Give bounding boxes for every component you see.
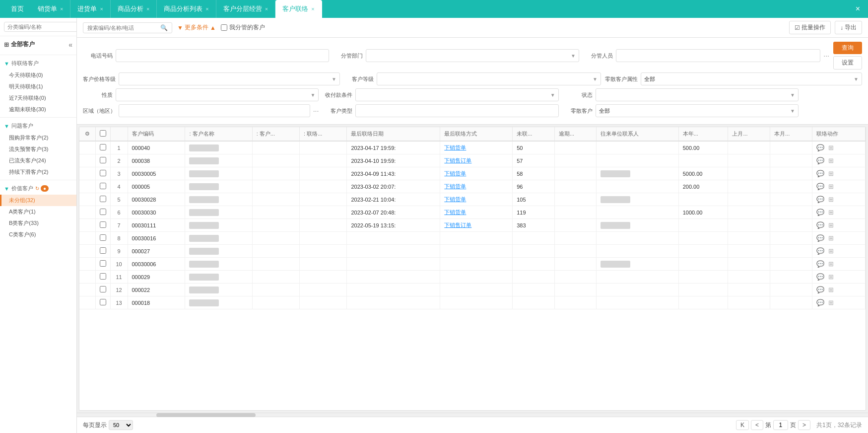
grid-action-icon[interactable]: ⊞ [828, 157, 834, 164]
dept-select[interactable]: ▼ [366, 49, 579, 62]
row-checkbox[interactable] [100, 196, 106, 202]
category-search-input[interactable] [4, 22, 77, 32]
tab-analysis-list[interactable]: 商品分析列表 × [157, 0, 216, 18]
message-icon[interactable]: 💬 [816, 286, 824, 293]
row-check[interactable] [95, 284, 110, 296]
row-check[interactable] [95, 232, 110, 245]
grid-action-icon[interactable]: ⊞ [828, 209, 834, 216]
sidebar-item-declining[interactable]: 持续下滑客户(2) [0, 166, 76, 178]
price-select[interactable]: ▼ [119, 72, 340, 85]
sidebar-item-class-a[interactable]: A类客户(1) [0, 206, 76, 217]
region-select[interactable] [119, 104, 310, 117]
tab-home[interactable]: 首页 [4, 4, 31, 13]
sidebar-item-ungrouped[interactable]: 未分组(32) [0, 195, 76, 206]
window-close-button[interactable]: × [852, 4, 864, 13]
page-number-input[interactable] [773, 420, 788, 430]
main-search-input[interactable] [87, 25, 158, 31]
sidebar-item-7day-pending[interactable]: 近7天待联络(0) [0, 92, 76, 104]
export-btn[interactable]: ↓ 导出 [835, 21, 862, 34]
more-conditions-btn[interactable]: ▼ 更多条件 ▲ [177, 23, 216, 32]
last-method-th[interactable]: 最后联络方式 [440, 127, 513, 141]
row-check[interactable] [95, 245, 110, 258]
contact-method-link[interactable]: 下销货单 [444, 170, 466, 176]
message-icon[interactable]: 💬 [816, 157, 824, 164]
status-select[interactable]: ▼ [596, 88, 799, 101]
row-checkbox[interactable] [100, 183, 106, 189]
row-checkbox[interactable] [100, 273, 106, 280]
row-check[interactable] [95, 193, 110, 206]
row-last-method[interactable]: 下销货单 [440, 141, 513, 154]
staff-select[interactable] [616, 49, 820, 62]
main-search-icon[interactable]: 🔍 [160, 24, 168, 31]
row-checkbox[interactable] [100, 144, 106, 150]
contact-method-link[interactable]: 下销售订单 [444, 157, 471, 163]
my-customers-checkbox[interactable] [221, 24, 227, 31]
value-refresh-icon[interactable]: ↻ [35, 186, 39, 191]
close-contact-icon[interactable]: × [311, 6, 314, 12]
no-contact-th[interactable]: 未联... [513, 127, 555, 141]
my-customers-filter[interactable]: 我分管的客户 [221, 23, 265, 32]
value-group-label[interactable]: ▼ 价值客户 ↻ ● [0, 182, 76, 195]
payment-select[interactable]: ▼ [355, 88, 558, 101]
row-checkbox[interactable] [100, 157, 106, 163]
nature-select[interactable]: ▼ [116, 88, 319, 101]
all-customers-header[interactable]: ⊞ 全部客户 « [0, 36, 76, 53]
row-checkbox[interactable] [100, 209, 106, 215]
message-icon[interactable]: 💬 [816, 183, 824, 190]
sidebar-item-churn-warning[interactable]: 流失预警客户(3) [0, 144, 76, 155]
sidebar-item-hoard[interactable]: 囤购异常客户(2) [0, 132, 76, 144]
message-icon[interactable]: 💬 [816, 144, 824, 151]
row-check[interactable] [95, 219, 110, 232]
row-last-method[interactable]: 下销货单 [440, 193, 513, 206]
contact-method-link[interactable]: 下销货单 [444, 209, 466, 215]
row-check[interactable] [95, 167, 110, 180]
scrollbar-thumb[interactable] [156, 413, 256, 417]
close-segment-icon[interactable]: × [265, 6, 268, 12]
type-th[interactable]: : 客户... [252, 127, 299, 141]
first-page-btn[interactable]: K [736, 420, 749, 430]
ctype-select[interactable] [355, 104, 558, 117]
sidebar-item-today-pending[interactable]: 今天待联络(0) [0, 70, 76, 81]
sidebar-item-class-b[interactable]: B类客户(33) [0, 217, 76, 229]
check-all-th[interactable] [95, 127, 110, 141]
problem-group-label[interactable]: ▼ 问题客户 [0, 120, 76, 132]
close-purchase-icon[interactable]: × [100, 6, 103, 12]
region-dots[interactable]: ··· [313, 107, 319, 115]
tab-customer-contact[interactable]: 客户联络 × [275, 0, 322, 18]
sidebar-item-tomorrow-pending[interactable]: 明天待联络(1) [0, 81, 76, 92]
this-year-th[interactable]: 本年... [678, 127, 728, 141]
grid-action-icon[interactable]: ⊞ [828, 247, 834, 255]
row-checkbox[interactable] [100, 234, 106, 241]
grid-action-icon[interactable]: ⊞ [828, 221, 834, 229]
unit-contact-th[interactable]: 往来单位联系人 [597, 127, 678, 141]
close-analysis-icon[interactable]: × [146, 6, 149, 12]
collapse-icon[interactable]: « [68, 41, 72, 49]
grid-action-icon[interactable]: ⊞ [828, 170, 834, 177]
grid-action-icon[interactable]: ⊞ [828, 183, 834, 190]
row-check[interactable] [95, 271, 110, 284]
message-icon[interactable]: 💬 [816, 273, 824, 281]
row-checkbox[interactable] [100, 299, 106, 305]
row-check[interactable] [95, 296, 110, 309]
grid-action-icon[interactable]: ⊞ [828, 196, 834, 203]
staff-dots[interactable]: ··· [823, 52, 829, 60]
row-checkbox[interactable] [100, 221, 106, 228]
grid-action-icon[interactable]: ⊞ [828, 273, 834, 281]
level-select[interactable]: ▼ [377, 72, 601, 85]
phone-input[interactable] [116, 49, 329, 62]
close-sales-icon[interactable]: × [60, 6, 63, 12]
row-last-method[interactable]: 下销货单 [440, 180, 513, 193]
grid-action-icon[interactable]: ⊞ [828, 234, 834, 242]
last-month-th[interactable]: 上月... [728, 127, 770, 141]
message-icon[interactable]: 💬 [816, 247, 824, 255]
sidebar-item-churned[interactable]: 已流失客户(24) [0, 155, 76, 166]
contact-method-link[interactable]: 下销货单 [444, 196, 466, 202]
tab-customer-segment[interactable]: 客户分层经营 × [216, 0, 275, 18]
row-last-method[interactable]: 下销货单 [440, 206, 513, 219]
retail-attr-select[interactable]: 全部 ▼ [641, 72, 862, 85]
row-checkbox[interactable] [100, 170, 106, 176]
contact-method-link[interactable]: 下销货单 [444, 144, 466, 150]
query-button[interactable]: 查询 [833, 42, 862, 54]
row-last-method[interactable]: 下销售订单 [440, 219, 513, 232]
row-checkbox[interactable] [100, 247, 106, 254]
